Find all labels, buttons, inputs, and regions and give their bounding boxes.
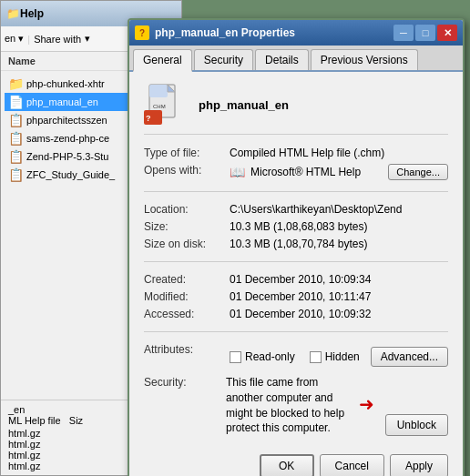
- unblock-button[interactable]: Unblock: [385, 414, 448, 436]
- toolbar-separator: |: [27, 34, 30, 45]
- readonly-checkbox-container[interactable]: Read-only: [230, 350, 295, 363]
- file-name-chm: php_manual_en: [26, 96, 98, 107]
- tab-general[interactable]: General: [133, 49, 192, 72]
- accessed-label: Accessed:: [144, 307, 226, 321]
- apply-button[interactable]: Apply: [390, 454, 448, 476]
- close-button[interactable]: ✕: [437, 25, 457, 41]
- file-name-pdf3: Zend-PHP-5.3-Stu: [26, 151, 108, 162]
- folder-icon: 📁: [8, 76, 23, 91]
- size-disk-value: 10.3 MB (1,08,70,784 bytes): [230, 237, 448, 251]
- hidden-checkbox[interactable]: [310, 351, 322, 363]
- hidden-checkbox-container[interactable]: Hidden: [310, 350, 360, 363]
- readonly-checkbox[interactable]: [230, 351, 241, 363]
- title-icon-symbol: ?: [139, 28, 145, 38]
- type-value: Compiled HTML Help file (.chm): [230, 146, 448, 160]
- dialog-title-label: php_manual_en Properties: [155, 26, 295, 39]
- tab-previous-versions[interactable]: Previous Versions: [311, 49, 418, 70]
- big-file-icon: CHM ?: [144, 83, 188, 127]
- explorer-title: Help: [20, 7, 44, 20]
- security-label: Security:: [144, 375, 219, 389]
- advanced-button[interactable]: Advanced...: [371, 347, 448, 367]
- dialog-title-icon: ?: [135, 25, 149, 40]
- svg-rect-1: [149, 85, 168, 97]
- dialog-window-controls: ─ □ ✕: [393, 25, 457, 41]
- location-value: C:\Users\karthikeyan\Desktop\Zend: [230, 202, 448, 217]
- attributes-label: Attributes:: [144, 342, 226, 368]
- size-value: 10.3 MB (1,08,68,083 bytes): [230, 219, 448, 234]
- toolbar-share-arrow[interactable]: ▾: [85, 33, 90, 45]
- attributes-value: Read-only Hidden Advanced...: [230, 342, 448, 368]
- change-button[interactable]: Change...: [388, 164, 448, 180]
- toolbar-share: en ▾: [5, 33, 24, 45]
- dialog-title-content: ? php_manual_en Properties: [135, 25, 295, 40]
- file-header-section: CHM ? php_manual_en: [144, 83, 448, 135]
- minimize-button[interactable]: ─: [393, 25, 414, 41]
- info-grid: Type of file: Compiled HTML Help file (.…: [144, 146, 448, 368]
- file-name-folder: php-chunked-xhtr: [26, 78, 105, 89]
- separator-2: [144, 261, 448, 262]
- opens-value: 📖 Microsoft® HTML Help Change...: [230, 163, 448, 181]
- file-name-pdf4: ZFC_Study_Guide_: [26, 169, 115, 180]
- separator-3: [144, 331, 448, 332]
- pdf-icon-4: 📋: [8, 167, 23, 182]
- modified-value: 01 December 2010, 10:11:47: [230, 289, 448, 304]
- hidden-label: Hidden: [325, 350, 360, 363]
- file-name-pdf1: phparchitectsszen: [26, 115, 107, 126]
- dialog-titlebar: ? php_manual_en Properties ─ □ ✕: [129, 20, 463, 46]
- attributes-row: Read-only Hidden Advanced...: [230, 347, 448, 367]
- cancel-button[interactable]: Cancel: [320, 454, 384, 476]
- accessed-value: 01 December 2010, 10:09:32: [230, 307, 448, 321]
- pdf-icon-1: 📋: [8, 113, 23, 127]
- type-label: Type of file:: [144, 146, 226, 160]
- location-label: Location:: [144, 202, 226, 217]
- file-name-pdf2: sams-zend-php-ce: [26, 133, 109, 144]
- pdf-icon-3: 📋: [8, 149, 23, 164]
- dialog-body: CHM ? php_manual_en Type of file: Compil…: [129, 72, 463, 447]
- chm-icon: 📄: [8, 95, 23, 109]
- separator-1: [144, 191, 448, 192]
- arrow-icon: ➜: [359, 393, 374, 415]
- security-text: This file came from another computer and…: [226, 375, 355, 436]
- modified-label: Modified:: [144, 289, 226, 304]
- tab-security[interactable]: Security: [194, 49, 253, 70]
- tab-details[interactable]: Details: [255, 49, 309, 70]
- dialog-footer: OK Cancel Apply: [129, 447, 463, 476]
- opens-label: Opens with:: [144, 163, 226, 181]
- readonly-label: Read-only: [245, 350, 295, 363]
- svg-text:CHM: CHM: [153, 104, 166, 109]
- explorer-title-icon: 📁: [6, 7, 20, 20]
- opens-with-text: Microsoft® HTML Help: [250, 166, 361, 178]
- pdf-icon-2: 📋: [8, 131, 23, 146]
- size-label: Size:: [144, 219, 226, 234]
- name-column-label: Name: [8, 56, 36, 66]
- svg-text:?: ?: [146, 114, 151, 123]
- security-section: Security: This file came from another co…: [144, 375, 448, 436]
- htmlhelp-icon: 📖: [230, 165, 245, 179]
- tab-bar: General Security Details Previous Versio…: [129, 46, 463, 72]
- size-disk-label: Size on disk:: [144, 237, 226, 251]
- created-label: Created:: [144, 272, 226, 287]
- toolbar-share-with[interactable]: Share with: [34, 34, 81, 45]
- created-value: 01 December 2010, 10:09:34: [230, 272, 448, 287]
- file-header-name: php_manual_en: [199, 98, 289, 112]
- maximize-button[interactable]: □: [415, 25, 435, 41]
- properties-dialog: ? php_manual_en Properties ─ □ ✕ General…: [128, 18, 465, 476]
- ok-button[interactable]: OK: [260, 454, 314, 476]
